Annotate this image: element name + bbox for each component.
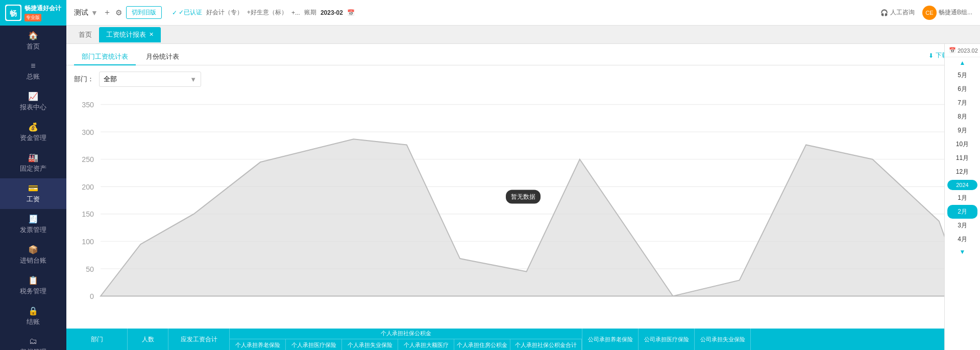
col-total-salary: 应发工资合计 xyxy=(168,329,230,350)
topbar-right: 🎧 人工咨询 CE 畅捷通B组... xyxy=(880,6,972,20)
topbar-status: ✓ ✓已认证 好会计（专） +好生意（标） +... 账期 2023-02 📅 xyxy=(172,8,355,17)
year-2024-badge[interactable]: 2024 xyxy=(947,180,977,190)
svg-text:300: 300 xyxy=(82,127,94,136)
archive-icon: 🗂 xyxy=(29,337,37,346)
user-menu[interactable]: CE 畅捷通B组... xyxy=(922,6,972,20)
dept-select[interactable]: 全部 ▼ xyxy=(99,72,201,87)
month-2023-8[interactable]: 8月 xyxy=(945,110,980,124)
extra-label: +... xyxy=(291,9,300,16)
fixed-assets-icon: 🏭 xyxy=(28,153,38,162)
tab-home[interactable]: 首页 xyxy=(71,27,99,42)
month-2023-10[interactable]: 10月 xyxy=(945,137,980,151)
month-2024-4[interactable]: 4月 xyxy=(945,232,980,246)
sidebar-label-tax: 税务管理 xyxy=(20,287,46,296)
chart-container: 350 300 250 200 150 100 50 0 xyxy=(74,93,972,323)
topbar-title: 测试 xyxy=(74,8,88,17)
tab-payroll-report[interactable]: 工资统计报表 ✕ xyxy=(99,27,161,42)
month-2023-5[interactable]: 5月 xyxy=(945,68,980,82)
funds-icon: 💰 xyxy=(28,122,38,132)
month-2023-11[interactable]: 11月 xyxy=(945,151,980,165)
sidebar-item-funds[interactable]: 💰 资金管理 xyxy=(0,117,66,148)
month-2023-7[interactable]: 7月 xyxy=(945,96,980,110)
date-panel: 📅 2023.02 ▲ 5月 6月 7月 8月 9月 10月 11月 12月 2… xyxy=(944,44,980,350)
chart-area: 350 300 250 200 150 100 50 0 xyxy=(66,93,980,329)
col-company-unemployment: 公司承担失业保险 xyxy=(695,329,751,350)
col-personal-unemployment: 个人承担失业保险 xyxy=(342,339,398,350)
page-content: 部门工资统计表 月份统计表 ⬇ 下载 ↻ 刷新 部门： 全部 ▼ xyxy=(66,44,980,350)
support-button[interactable]: 🎧 人工咨询 xyxy=(880,8,915,17)
month-2023-6[interactable]: 6月 xyxy=(945,82,980,96)
date-panel-nav-up[interactable]: ▲ xyxy=(945,57,980,68)
sidebar-label-payroll: 工资 xyxy=(27,195,40,204)
logo-badge: 专业版 xyxy=(24,14,41,21)
sidebar-label-invoice: 发票管理 xyxy=(20,225,46,235)
certified-badge: ✓ ✓已认证 xyxy=(172,8,202,17)
svg-text:150: 150 xyxy=(82,209,94,219)
sidebar-item-fixed-assets[interactable]: 🏭 固定资产 xyxy=(0,148,66,178)
sidebar-item-closing[interactable]: 🔒 结账 xyxy=(0,301,66,332)
calendar-icon[interactable]: 📅 xyxy=(347,9,355,16)
sub-tab-dept[interactable]: 部门工资统计表 xyxy=(74,49,136,65)
chevron-down-icon[interactable]: ▼ xyxy=(91,9,98,17)
sidebar-item-payroll[interactable]: 💳 工资 xyxy=(0,178,66,209)
select-chevron-icon: ▼ xyxy=(190,76,197,83)
topbar-actions: ＋ ⚙ 切到旧版 xyxy=(103,6,162,19)
sidebar-item-tax[interactable]: 📋 税务管理 xyxy=(0,270,66,301)
month-2023-12[interactable]: 12月 xyxy=(945,165,980,179)
col-dept: 部门 xyxy=(66,329,128,350)
tab-bar: 首页 工资统计报表 ✕ xyxy=(66,26,980,44)
sidebar-item-archive[interactable]: 🗂 归档管理 xyxy=(0,332,66,350)
chart-svg: 350 300 250 200 150 100 50 0 xyxy=(74,93,972,323)
sidebar-item-general-ledger[interactable]: ≡ 总账 xyxy=(0,56,66,86)
sidebar-item-home[interactable]: 🏠 首页 xyxy=(0,26,66,56)
col-personal-housing-fund: 个人承担住房公积金 xyxy=(454,339,510,350)
settings-gear-icon[interactable]: ⚙ xyxy=(115,8,122,17)
date-panel-current: 📅 2023.02 xyxy=(945,44,980,57)
invoice-icon: 🧾 xyxy=(28,214,38,224)
reports-icon: 📈 xyxy=(28,91,38,101)
filter-row: 部门： 全部 ▼ xyxy=(66,65,980,93)
logo-icon: 畅 xyxy=(5,5,21,21)
month-2024-2[interactable]: 2月 xyxy=(947,205,977,219)
sidebar-item-sales[interactable]: 📦 进销台账 xyxy=(0,240,66,270)
topbar: 测试 ▼ ＋ ⚙ 切到旧版 ✓ ✓已认证 好会计（专） +好生意（标） +...… xyxy=(66,0,980,26)
switch-version-button[interactable]: 切到旧版 xyxy=(126,6,162,19)
sidebar-label-closing: 结账 xyxy=(27,317,40,326)
good-business-label: +好生意（标） xyxy=(247,8,287,17)
headset-icon: 🎧 xyxy=(880,9,888,16)
month-2024-3[interactable]: 3月 xyxy=(945,219,980,232)
svg-text:畅: 畅 xyxy=(10,9,17,17)
date-panel-nav-down[interactable]: ▼ xyxy=(945,246,980,258)
sub-tab-monthly[interactable]: 月份统计表 xyxy=(138,49,187,65)
sales-icon: 📦 xyxy=(28,245,38,254)
add-icon[interactable]: ＋ xyxy=(103,7,111,18)
col-personal-major-medical: 个人承担大额医疗 xyxy=(398,339,454,350)
col-personal-pension: 个人承担养老保险 xyxy=(230,339,286,350)
sidebar-logo: 畅 畅捷通好会计 专业版 xyxy=(0,0,66,26)
col-company-medical: 公司承担医疗保险 xyxy=(639,329,695,350)
home-icon: 🏠 xyxy=(28,31,38,40)
period-label: 账期 xyxy=(304,8,316,17)
month-2024-1[interactable]: 1月 xyxy=(945,191,980,205)
col-headcount: 人数 xyxy=(128,329,168,350)
month-2023-9[interactable]: 9月 xyxy=(945,124,980,137)
sidebar: 畅 畅捷通好会计 专业版 🏠 首页 ≡ 总账 📈 报表中心 💰 资金管理 🏭 固… xyxy=(0,0,66,350)
col-company-pension: 公司承担养老保险 xyxy=(582,329,639,350)
group-sub-cols: 个人承担养老保险 个人承担医疗保险 个人承担失业保险 个人承担大额医疗 个人承担… xyxy=(230,339,582,350)
sidebar-label-ledger: 总账 xyxy=(27,72,40,81)
closing-icon: 🔒 xyxy=(28,306,38,316)
col-personal-medical: 个人承担医疗保险 xyxy=(286,339,342,350)
check-icon: ✓ xyxy=(172,9,177,16)
sidebar-item-reports[interactable]: 📈 报表中心 xyxy=(0,86,66,117)
group-personal-insurance: 个人承担社保公积金 个人承担养老保险 个人承担医疗保险 个人承担失业保险 个人承… xyxy=(230,328,582,350)
calendar-small-icon: 📅 xyxy=(949,47,956,54)
tab-close-icon[interactable]: ✕ xyxy=(149,31,154,38)
svg-text:0: 0 xyxy=(90,292,94,301)
svg-text:100: 100 xyxy=(82,237,94,246)
sub-tabs: 部门工资统计表 月份统计表 ⬇ 下载 ↻ 刷新 xyxy=(66,44,980,65)
table-footer: 部门 人数 应发工资合计 个人承担社保公积金 个人承担养老保险 个人承担医疗保险 xyxy=(66,329,980,350)
svg-text:200: 200 xyxy=(82,182,94,191)
col-personal-total: 个人承担社保公积金合计 xyxy=(510,339,582,350)
svg-text:50: 50 xyxy=(86,264,94,273)
sidebar-item-invoice[interactable]: 🧾 发票管理 xyxy=(0,209,66,240)
